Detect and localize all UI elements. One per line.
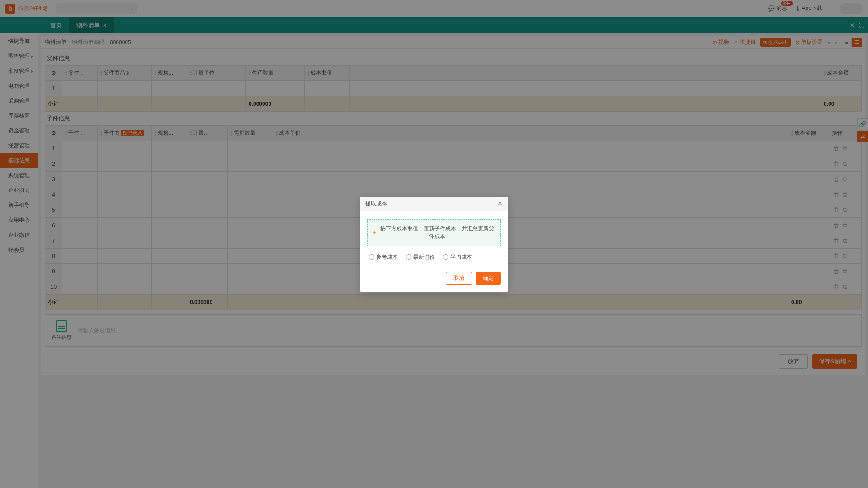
modal-backdrop: 提取成本 ✕ ✦ 按下方成本取值，更新子件成本，并汇总更新父件成本 参考成本 最…: [0, 0, 868, 33]
